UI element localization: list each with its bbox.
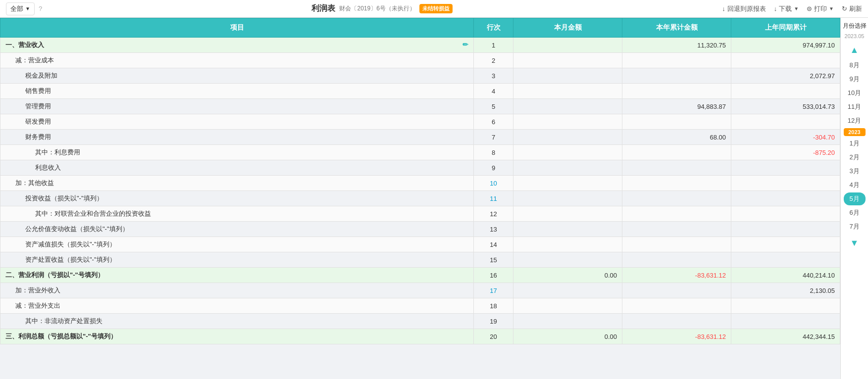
- cell-row-number: 15: [474, 252, 513, 268]
- month-item[interactable]: 8月: [844, 59, 866, 72]
- month-item[interactable]: 12月: [844, 114, 866, 127]
- print-label: 打印: [814, 4, 827, 13]
- month-item[interactable]: 11月: [844, 100, 866, 113]
- back-btn[interactable]: ↓ 回退到原报表: [722, 4, 766, 13]
- cell-month-amount: [513, 38, 622, 53]
- table-row: 销售费用4: [0, 84, 840, 99]
- help-icon[interactable]: ?: [39, 5, 42, 12]
- cell-prev-amount: 533,014.73: [731, 99, 840, 114]
- cell-prev-amount: 2,072.97: [731, 68, 840, 84]
- cell-ytd-amount: [622, 191, 731, 206]
- cell-prev-amount: [731, 298, 840, 314]
- cell-item: 加：营业外收入: [0, 283, 474, 298]
- table-row: 资产减值损失（损失以"-"填列）14: [0, 237, 840, 252]
- cell-ytd-amount: [622, 68, 731, 84]
- cell-prev-amount: [731, 206, 840, 222]
- cell-prev-amount: 440,214.10: [731, 268, 840, 283]
- cell-prev-amount: [731, 237, 840, 252]
- cell-ytd-amount: [622, 222, 731, 237]
- month-item[interactable]: 3月: [844, 165, 866, 178]
- cell-item: 其中：非流动资产处置损失: [0, 314, 474, 329]
- cell-month-amount: 0.00: [513, 268, 622, 283]
- cell-row-number[interactable]: 11: [474, 191, 513, 206]
- cell-ytd-amount: [622, 298, 731, 314]
- cell-row-number: 8: [474, 145, 513, 160]
- cell-item: 公允价值变动收益（损失以"-"填列）: [0, 222, 474, 237]
- table-row: 利息收入9: [0, 160, 840, 176]
- cell-ytd-amount: [622, 84, 731, 99]
- month-item[interactable]: 4月: [844, 179, 866, 191]
- download-arrow: ▼: [794, 6, 799, 11]
- download-icon: ↓: [774, 5, 777, 12]
- cell-month-amount: [513, 191, 622, 206]
- table-row: 税金及附加32,072.97: [0, 68, 840, 84]
- edit-icon[interactable]: ✏: [462, 41, 468, 48]
- cell-row-number[interactable]: 17: [474, 283, 513, 298]
- cell-prev-amount: 974,997.10: [731, 38, 840, 53]
- cell-item: 加：其他收益: [0, 176, 474, 191]
- table-row: 公允价值变动收益（损失以"-"填列）13: [0, 222, 840, 237]
- cell-row-number: 7: [474, 130, 513, 145]
- refresh-btn[interactable]: ↻ 刷新: [842, 4, 862, 13]
- month-item[interactable]: 2023: [844, 128, 866, 136]
- cell-month-amount: [513, 314, 622, 329]
- cell-item: 投资收益（损失以"-"填列）: [0, 191, 474, 206]
- status-badge: 未结转损益: [419, 4, 453, 13]
- table-row: 管理费用594,883.87533,014.73: [0, 99, 840, 114]
- cell-row-number: 1: [474, 38, 513, 53]
- top-bar-right: ↓ 回退到原报表 ↓ 下载 ▼ ⊜ 打印 ▼ ↻ 刷新: [722, 4, 862, 13]
- cell-prev-amount: 2,130.05: [731, 283, 840, 298]
- cell-row-number: 3: [474, 68, 513, 84]
- table-row: 二、营业利润（亏损以"-"号填列）160.00-83,631.12440,214…: [0, 268, 840, 283]
- scope-dropdown[interactable]: 全部 ▼: [6, 2, 35, 15]
- table-area: 项目 行次 本月金额 本年累计金额 上年同期累计 一、营业收入✏111,320.…: [0, 18, 840, 379]
- month-item[interactable]: 6月: [844, 206, 866, 219]
- month-item[interactable]: 2月: [844, 151, 866, 164]
- col-header-prev: 上年同期累计: [731, 18, 840, 38]
- table-row: 其中：对联营企业和合营企业的投资收益12: [0, 206, 840, 222]
- print-arrow: ▼: [829, 6, 834, 11]
- sidebar-up-arrow[interactable]: ▲: [847, 42, 863, 58]
- refresh-label: 刷新: [849, 4, 862, 13]
- cell-prev-amount: [731, 252, 840, 268]
- cell-month-amount: [513, 222, 622, 237]
- cell-ytd-amount: -83,631.12: [622, 329, 731, 344]
- cell-month-amount: [513, 252, 622, 268]
- cell-item: 利息收入: [0, 160, 474, 176]
- month-item[interactable]: 7月: [844, 220, 866, 233]
- cell-item: 资产减值损失（损失以"-"填列）: [0, 237, 474, 252]
- cell-item: 减：营业外支出: [0, 298, 474, 314]
- month-item[interactable]: 10月: [844, 87, 866, 99]
- table-row: 资产处置收益（损失以"-"填列）15: [0, 252, 840, 268]
- sidebar-down-arrow[interactable]: ▼: [847, 235, 863, 251]
- print-btn[interactable]: ⊜ 打印 ▼: [807, 4, 834, 13]
- cell-item: 其中：对联营企业和合营企业的投资收益: [0, 206, 474, 222]
- cell-prev-amount: [731, 114, 840, 130]
- cell-prev-amount: -875.20: [731, 145, 840, 160]
- cell-row-number: 14: [474, 237, 513, 252]
- cell-item: 财务费用: [0, 130, 474, 145]
- cell-row-number: 9: [474, 160, 513, 176]
- month-item[interactable]: 1月: [844, 137, 866, 150]
- cell-month-amount: [513, 84, 622, 99]
- cell-month-amount: [513, 160, 622, 176]
- cell-ytd-amount: [622, 206, 731, 222]
- cell-row-number[interactable]: 10: [474, 176, 513, 191]
- print-icon: ⊜: [807, 5, 812, 12]
- cell-item: 减：营业成本: [0, 53, 474, 68]
- cell-ytd-amount: [622, 145, 731, 160]
- col-header-item: 项目: [0, 18, 474, 38]
- month-item[interactable]: 9月: [844, 73, 866, 86]
- cell-item: 其中：利息费用: [0, 145, 474, 160]
- cell-month-amount: [513, 176, 622, 191]
- download-btn[interactable]: ↓ 下载 ▼: [774, 4, 799, 13]
- back-label: 回退到原报表: [727, 4, 766, 13]
- month-item[interactable]: 5月: [844, 192, 866, 205]
- table-row: 投资收益（损失以"-"填列）11: [0, 191, 840, 206]
- cell-row-number: 18: [474, 298, 513, 314]
- sidebar-date-label: 2023.05: [845, 33, 865, 39]
- cell-row-number: 2: [474, 53, 513, 68]
- table-row: 其中：利息费用8-875.20: [0, 145, 840, 160]
- back-icon: ↓: [722, 5, 725, 12]
- top-bar-center: 利润表 财会〔2019〕6号（未执行） 未结转损益: [311, 3, 452, 14]
